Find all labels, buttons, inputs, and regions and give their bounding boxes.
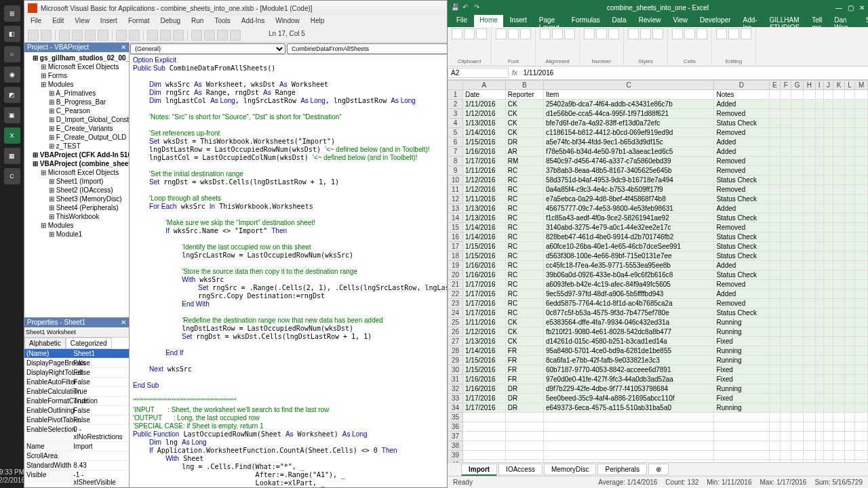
data-cell[interactable]: RC bbox=[505, 308, 543, 318]
data-cell[interactable]: Added bbox=[714, 147, 769, 157]
toolbar-button[interactable] bbox=[129, 30, 140, 41]
data-cell[interactable]: 97e0d0e0-41fe-427f-9fc3-44a0db3ad52aa bbox=[543, 375, 714, 384]
row-header[interactable]: 35 bbox=[448, 413, 463, 422]
cell[interactable] bbox=[791, 451, 804, 460]
row-header[interactable]: 34 bbox=[448, 403, 463, 413]
cell[interactable] bbox=[791, 441, 804, 451]
data-cell[interactable]: Added bbox=[714, 261, 769, 270]
cell[interactable] bbox=[844, 413, 854, 422]
property-row[interactable]: NameImport bbox=[24, 442, 129, 451]
undo-icon[interactable]: ↶ bbox=[462, 3, 471, 12]
menu-window[interactable]: Window bbox=[273, 16, 302, 28]
data-cell[interactable]: 9ec55d97-97fd-48df-a906-5b5ffffbd943 bbox=[543, 289, 714, 299]
row-header[interactable]: 27 bbox=[448, 337, 463, 346]
toolbar-button[interactable] bbox=[230, 30, 241, 41]
data-cell[interactable]: RC bbox=[505, 289, 543, 299]
data-cell[interactable]: 8ca6fa1-e7bb-42f-fafb-9e033821e3c3 bbox=[543, 356, 714, 365]
data-cell[interactable]: 1/16/2016 bbox=[463, 261, 506, 270]
sheet-tabs[interactable]: ImportIOAccessMemoryDiscPeripherals⊕ bbox=[448, 462, 868, 476]
cell[interactable] bbox=[505, 422, 543, 432]
row-header[interactable]: 22 bbox=[448, 289, 463, 299]
data-cell[interactable]: RC bbox=[505, 261, 543, 270]
ribbon-group-font[interactable]: Font bbox=[492, 27, 536, 66]
formula-input[interactable]: 1/11/2016 bbox=[521, 68, 868, 77]
ribbon-tab-file[interactable]: File bbox=[451, 15, 473, 27]
data-cell[interactable]: CK bbox=[505, 337, 543, 346]
data-cell[interactable]: FR bbox=[505, 365, 543, 375]
menu-format[interactable]: Format bbox=[125, 16, 153, 28]
property-row[interactable]: DisplayPageBreaksFalse bbox=[24, 359, 129, 368]
row-header[interactable]: 13 bbox=[448, 204, 463, 214]
data-cell[interactable]: Removed bbox=[714, 157, 769, 166]
data-cell[interactable]: 1/11/2016 bbox=[463, 166, 506, 176]
data-cell[interactable]: CK bbox=[505, 327, 543, 337]
maximize-icon[interactable]: ▢ bbox=[848, 4, 854, 12]
data-cell[interactable]: FR bbox=[505, 346, 543, 356]
toolbar-button[interactable] bbox=[85, 30, 96, 41]
menu-insert[interactable]: Insert bbox=[98, 16, 120, 28]
data-cell[interactable]: 1/16/2016 bbox=[463, 384, 506, 394]
property-row[interactable]: StandardWidth8.43 bbox=[24, 461, 129, 470]
data-cell[interactable]: Running bbox=[714, 403, 769, 413]
tree-node[interactable]: ⊞ Sheet2 (IOAccess) bbox=[26, 186, 127, 195]
data-cell[interactable]: e649373-6eca-4575-a115-510ab31ba5a0 bbox=[543, 403, 714, 413]
tree-node[interactable]: ⊞ Sheet3 (MemoryDisc) bbox=[26, 195, 127, 203]
data-cell[interactable]: DR bbox=[505, 384, 543, 394]
data-cell[interactable]: RC bbox=[505, 242, 543, 251]
data-cell[interactable]: 1/12/2016 bbox=[463, 327, 506, 337]
data-cell[interactable]: Added bbox=[714, 100, 769, 109]
data-cell[interactable]: RC bbox=[505, 223, 543, 232]
vba-menubar[interactable]: FileEditViewInsertFormatDebugRunToolsAdd… bbox=[24, 16, 447, 28]
row-header[interactable]: 17 bbox=[448, 242, 463, 251]
cell[interactable] bbox=[505, 441, 543, 451]
data-cell[interactable]: d9f7b229-42fe-4dbe-9f77-f41053798684 bbox=[543, 384, 714, 394]
ribbon-group-clipboard[interactable]: Clipboard bbox=[448, 27, 492, 66]
cell[interactable] bbox=[543, 413, 714, 422]
ribbon-tab-gillhamstudios[interactable]: GILLHAM STUDIOS bbox=[764, 15, 805, 27]
task-icon[interactable]: ▣ bbox=[4, 107, 20, 123]
tree-node[interactable]: ⊞ Module1 bbox=[26, 230, 127, 239]
row-header[interactable]: 32 bbox=[448, 384, 463, 394]
redo-icon[interactable]: ↷ bbox=[474, 3, 482, 12]
tree-node[interactable]: ⊞ VBAProject (CFK Add-In 510.xla) bbox=[26, 150, 127, 159]
cell[interactable] bbox=[463, 413, 506, 422]
row-header[interactable]: 5 bbox=[448, 128, 463, 138]
property-row[interactable]: (Name)Sheet1 bbox=[24, 349, 129, 359]
toolbar-button[interactable] bbox=[72, 30, 83, 41]
cell[interactable] bbox=[769, 432, 781, 441]
menu-view[interactable]: View bbox=[72, 16, 92, 28]
property-row[interactable]: EnableFormatConditionTrue bbox=[24, 396, 129, 406]
cell[interactable] bbox=[833, 441, 845, 451]
ribbon-tab-home[interactable]: Home bbox=[474, 15, 503, 27]
task-icon[interactable]: ◩ bbox=[4, 87, 20, 103]
sheet-tab-import[interactable]: Import bbox=[461, 464, 497, 476]
object-dropdown[interactable]: (General) bbox=[130, 43, 285, 54]
data-cell[interactable]: 1/11/2016 bbox=[463, 195, 506, 204]
data-cell[interactable]: Removed bbox=[714, 109, 769, 119]
row-header[interactable]: 24 bbox=[448, 308, 463, 318]
toolbar-button[interactable] bbox=[204, 30, 215, 41]
ribbon-group-styles[interactable]: Styles bbox=[624, 27, 668, 66]
data-cell[interactable]: 1/16/2016 bbox=[463, 375, 506, 384]
data-cell[interactable]: 828beb47-461d-4be0-9914-d2b701746fb2 bbox=[543, 232, 714, 242]
row-header[interactable]: 4 bbox=[448, 119, 463, 128]
data-cell[interactable]: d1e56b0e-cca5-44ca-995f-1f971d88f621 bbox=[543, 109, 714, 119]
data-cell[interactable]: RC bbox=[505, 204, 543, 214]
cell[interactable] bbox=[714, 413, 769, 422]
tab-alphabetic[interactable]: Alphabetic bbox=[24, 338, 66, 349]
cell[interactable] bbox=[833, 422, 845, 432]
task-icon[interactable]: ○ bbox=[4, 46, 20, 62]
account-name[interactable]: Dan Wag... bbox=[829, 15, 859, 27]
task-icon[interactable]: ▦ bbox=[4, 148, 20, 164]
tree-node[interactable]: ⊞ D_Import_Global_Constants bbox=[26, 115, 127, 124]
minimize-icon[interactable]: — bbox=[835, 4, 842, 12]
cell[interactable] bbox=[804, 422, 815, 432]
data-cell[interactable]: 1/17/2016 bbox=[463, 299, 506, 308]
data-cell[interactable]: CK bbox=[505, 318, 543, 327]
row-header[interactable]: 15 bbox=[448, 223, 463, 232]
menu-add-ins[interactable]: Add-Ins bbox=[239, 16, 267, 28]
data-cell[interactable]: 60b7187-9770-4053-8842-acceee6d7891 bbox=[543, 365, 714, 375]
start-button[interactable]: ⊞ bbox=[4, 5, 20, 22]
data-cell[interactable]: 1/17/2016 bbox=[463, 403, 506, 413]
data-cell[interactable]: RC bbox=[505, 214, 543, 223]
